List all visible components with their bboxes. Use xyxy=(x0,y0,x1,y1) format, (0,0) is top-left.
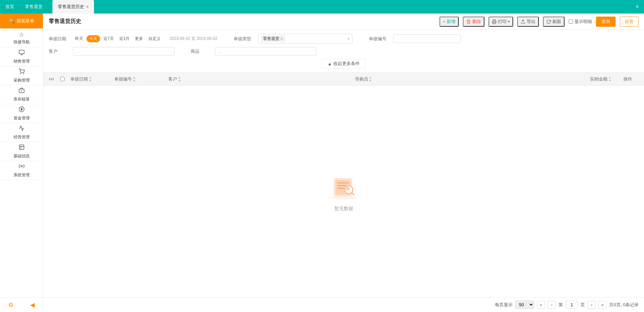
sidebar-item-system-mgmt[interactable]: 系统管理 xyxy=(0,161,43,180)
date-range-display: 2023-06-02 至 2023-06-02 xyxy=(169,36,217,42)
th-customer[interactable]: 客户 ▲▼ xyxy=(166,76,352,83)
export-label: 导出 xyxy=(527,19,535,25)
date-opt-custom[interactable]: 自定义 xyxy=(146,35,163,42)
refresh-label: 刷新 xyxy=(552,19,561,25)
tab-retail-return[interactable]: 零售退货 × xyxy=(20,0,52,14)
bill-type-dropdown-icon: ▾ xyxy=(348,37,350,41)
window-close-button[interactable]: × xyxy=(630,0,644,14)
settings-bottom-icon[interactable]: ⚙ xyxy=(8,301,14,309)
svg-point-10 xyxy=(21,165,22,167)
tab-home-label: 首页 xyxy=(5,4,14,10)
date-opt-today[interactable]: 今天 xyxy=(87,35,100,42)
sidebar-item-quick-nav-label: 快捷导航 xyxy=(14,39,30,45)
sidebar-item-inventory[interactable]: 库存核算 xyxy=(0,85,43,104)
tab-retail-return-history[interactable]: 零售退货历史 × xyxy=(52,0,94,14)
print-button[interactable]: 打印 ▾ xyxy=(488,17,513,27)
sidebar-item-purchase-mgmt-label: 采购管理 xyxy=(14,77,30,83)
th-amount-label: 实销金额 xyxy=(590,76,607,82)
date-options: 昨天 今天 近7天 近1月 更多 自定义 xyxy=(73,35,163,42)
page-label-suffix: 页 xyxy=(580,302,585,308)
tab-retail-return-close[interactable]: × xyxy=(45,4,47,9)
pagination-bar: 每页显示 50 10 20 100 « ‹ 第 页 › » 共0页, 0条记录 xyxy=(43,297,644,312)
first-page-button[interactable]: « xyxy=(537,301,545,309)
customer-sort-icon: ▲▼ xyxy=(178,76,181,83)
page-size-select[interactable]: 50 10 20 100 xyxy=(515,300,534,309)
last-page-button[interactable]: » xyxy=(598,301,606,309)
bill-no-input[interactable] xyxy=(393,35,461,43)
collapse-row: ▲ 收起更多条件 xyxy=(49,59,639,68)
svg-rect-0 xyxy=(19,50,24,54)
sidebar-item-quick-nav[interactable]: ⌂ 快捷导航 xyxy=(0,28,43,47)
th-billno[interactable]: 单据编号 ▲▼ xyxy=(112,76,166,83)
quick-nav-icon: ⌂ xyxy=(20,31,23,38)
query-button[interactable]: 查询 xyxy=(596,17,616,27)
th-date-label: 单据日期 xyxy=(70,76,88,82)
collapse-button[interactable]: ▲ 收起更多条件 xyxy=(322,59,365,68)
customer-placeholder: ... xyxy=(76,49,80,54)
filter-row-2: 客户 ... 商品 ... xyxy=(49,47,639,55)
customer-input[interactable]: ... xyxy=(73,47,174,55)
filter-row-1: 单据日期 昨天 今天 近7天 近1月 更多 自定义 2023-06-02 至 2… xyxy=(49,34,639,44)
sidebar-bottom: ⚙ ◀ xyxy=(0,297,43,312)
collapse-icon: ▲ xyxy=(328,61,332,66)
date-sort-icon: ▲▼ xyxy=(89,76,92,83)
date-opt-1month[interactable]: 近1月 xyxy=(117,35,132,42)
bill-type-tag-close[interactable]: × xyxy=(281,37,283,41)
goods-label: 商品 xyxy=(191,48,210,54)
export-button[interactable]: 导出 xyxy=(517,17,539,27)
date-opt-yesterday[interactable]: 昨天 xyxy=(73,35,85,42)
tab-home[interactable]: 首页 xyxy=(0,0,20,14)
collapse-label: 收起更多条件 xyxy=(333,61,360,67)
th-billno-label: 单据编号 xyxy=(114,76,132,82)
th-settings[interactable] xyxy=(46,77,57,82)
show-detail-checkbox-label[interactable]: 显示明细 xyxy=(569,19,592,25)
tab-bar: 首页 零售退货 × 零售退货历史 × × xyxy=(0,0,644,14)
sidebar-item-sales-mgmt[interactable]: 销售管理 xyxy=(0,47,43,66)
refresh-button[interactable]: 刷新 xyxy=(543,17,565,27)
collapse-sidebar-icon[interactable]: ◀ xyxy=(30,301,35,309)
tab-retail-return-history-close[interactable]: × xyxy=(86,4,89,9)
empty-state: 暂无数据 xyxy=(43,86,644,297)
export-icon xyxy=(521,19,525,24)
settings-button[interactable]: 设置 xyxy=(620,17,639,27)
content-area: 零售退货历史 + 新增 删除 打印 ▾ 导出 刷新 xyxy=(43,14,644,312)
delete-button[interactable]: 删除 xyxy=(463,17,484,27)
sidebar-search[interactable]: 🔍 搜索菜单 xyxy=(0,14,43,28)
purchase-mgmt-icon xyxy=(19,68,25,76)
sidebar: 🔍 搜索菜单 ⌂ 快捷导航 销售管理 采购管理 xyxy=(0,14,43,312)
bill-type-input[interactable]: 零售退货 × ▾ xyxy=(258,34,353,44)
page-header: 零售退货历史 + 新增 删除 打印 ▾ 导出 刷新 xyxy=(43,14,644,30)
goods-placeholder: ... xyxy=(218,49,222,54)
th-customer-label: 客户 xyxy=(168,76,177,82)
th-guide[interactable]: 导购员 ▲▼ xyxy=(352,76,393,83)
svg-point-2 xyxy=(23,73,24,74)
goods-input[interactable]: ... xyxy=(215,47,316,55)
search-icon: 🔍 xyxy=(9,19,15,24)
print-label: 打印 xyxy=(498,19,507,25)
table-header: 单据日期 ▲▼ 单据编号 ▲▼ 客户 ▲▼ xyxy=(43,73,644,86)
date-opt-more[interactable]: 更多 xyxy=(133,35,145,42)
sidebar-item-finance[interactable]: 资金管理 xyxy=(0,104,43,123)
bill-type-label: 单据类型 xyxy=(234,36,253,42)
header-actions: + 新增 删除 打印 ▾ 导出 刷新 xyxy=(439,17,639,27)
select-all-checkbox[interactable] xyxy=(60,77,65,81)
date-opt-7days[interactable]: 近7天 xyxy=(101,35,116,42)
sidebar-item-operations-label: 经营管理 xyxy=(14,134,30,140)
page-title: 零售退货历史 xyxy=(49,18,439,25)
new-button[interactable]: + 新增 xyxy=(439,17,459,27)
page-number-input[interactable] xyxy=(566,301,578,309)
th-date[interactable]: 单据日期 ▲▼ xyxy=(68,76,112,83)
basic-info-icon xyxy=(19,144,25,152)
sidebar-item-operations[interactable]: 经营管理 xyxy=(0,123,43,142)
empty-text: 暂无数据 xyxy=(334,206,353,212)
sidebar-item-inventory-label: 库存核算 xyxy=(14,96,30,102)
sidebar-item-purchase-mgmt[interactable]: 采购管理 xyxy=(0,66,43,85)
next-page-button[interactable]: › xyxy=(588,301,596,309)
prev-page-button[interactable]: ‹ xyxy=(548,301,556,309)
th-amount[interactable]: 实销金额 ▲▼ xyxy=(574,76,614,83)
sidebar-item-basic-info[interactable]: 基础信息 xyxy=(0,142,43,161)
table-area: 单据日期 ▲▼ 单据编号 ▲▼ 客户 ▲▼ xyxy=(43,73,644,297)
show-detail-checkbox[interactable] xyxy=(569,19,573,24)
svg-point-1 xyxy=(21,73,21,74)
th-checkbox[interactable] xyxy=(57,77,68,81)
